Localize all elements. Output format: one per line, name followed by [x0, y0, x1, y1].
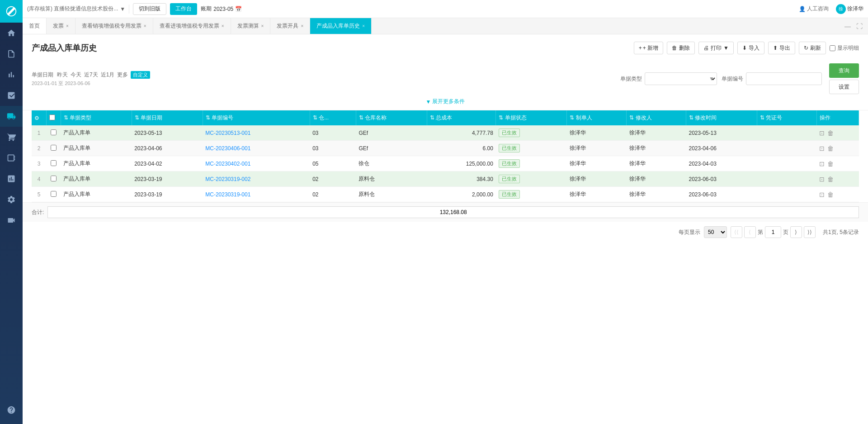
sidebar-item-settings[interactable] — [0, 189, 23, 210]
expand-more-btn[interactable]: ▼ 展开更多条件 — [426, 98, 465, 105]
sidebar-item-production[interactable] — [0, 148, 23, 168]
col-type[interactable]: ⇅ 单据类型 — [61, 110, 132, 125]
row-checkbox[interactable] — [51, 191, 57, 197]
row-checkbox-cell[interactable] — [46, 156, 61, 172]
delete-icon[interactable]: 🗑 — [827, 176, 834, 183]
col-modifier[interactable]: ⇅ 修改人 — [627, 110, 686, 125]
row-checkbox[interactable] — [51, 176, 57, 181]
help-button[interactable]: 👤 人工咨询 — [799, 5, 829, 13]
tab-expand-icon[interactable]: ⛶ — [854, 21, 864, 32]
delete-icon[interactable]: 🗑 — [827, 191, 834, 198]
date-shortcut-custom[interactable]: 自定义 — [131, 71, 150, 79]
export-btn[interactable]: ⬆ 导出 — [768, 42, 795, 54]
set-btn[interactable]: 设置 — [829, 80, 859, 94]
page-last-btn[interactable]: ⟩⟩ — [804, 226, 816, 238]
row-checkbox-cell[interactable] — [46, 172, 61, 187]
workbench-btn[interactable]: 工作台 — [170, 3, 197, 15]
page-prev-btn[interactable]: ⟨ — [744, 226, 756, 238]
doc-no-link[interactable]: MC-20230513-001 — [205, 130, 250, 136]
print-btn[interactable]: 🖨 打印 ▼ — [698, 42, 734, 54]
date-shortcut-1month[interactable]: 近1月 — [101, 71, 115, 79]
select-all-checkbox[interactable] — [49, 114, 55, 120]
query-btn[interactable]: 查询 — [829, 63, 859, 78]
settings-icon[interactable]: ⚙ — [34, 115, 39, 121]
row-checkbox-cell[interactable] — [46, 141, 61, 156]
company-selector[interactable]: (库存核算) 直播轻拢通信息技术股份... ▼ — [27, 5, 125, 13]
display-toggle[interactable]: 显示明细 — [830, 44, 859, 52]
col-total-cost[interactable]: ⇅ 总成本 — [427, 110, 496, 125]
col-doc-no[interactable]: ⇅ 单据编号 — [203, 110, 310, 125]
sidebar-item-version[interactable] — [0, 400, 23, 420]
date-shortcut-today[interactable]: 今天 — [71, 71, 81, 79]
period-calendar-icon[interactable]: 📅 — [235, 6, 242, 12]
delete-icon[interactable]: 🗑 — [827, 160, 834, 167]
row-doc-no[interactable]: MC-20230402-001 — [203, 156, 310, 172]
doc-no-link[interactable]: MC-20230319-002 — [205, 176, 250, 182]
row-checkbox-cell[interactable] — [46, 125, 61, 141]
tab-purchase-vat-close[interactable]: × — [222, 24, 224, 29]
row-doc-no[interactable]: MC-20230406-001 — [203, 141, 310, 156]
delete-btn[interactable]: 🗑 删除 — [667, 42, 695, 54]
sidebar-item-purchase[interactable] — [0, 127, 23, 148]
edit-icon[interactable]: ⊡ — [819, 129, 825, 137]
new-btn[interactable]: + + 新增 — [634, 42, 663, 54]
doc-no-input[interactable] — [746, 72, 822, 85]
col-date[interactable]: ⇅ 单据日期 — [132, 110, 203, 125]
doc-type-select[interactable] — [645, 72, 717, 85]
doc-no-link[interactable]: MC-20230402-001 — [205, 161, 250, 167]
col-warehouse-name[interactable]: ⇅ 仓库名称 — [356, 110, 427, 125]
sidebar-item-document[interactable] — [0, 43, 23, 64]
date-shortcut-more[interactable]: 更多 — [117, 71, 128, 79]
tab-sale-vat-close[interactable]: × — [144, 24, 146, 29]
col-modify-time[interactable]: ⇅ 修改时间 — [686, 110, 757, 125]
sidebar-item-warehouse[interactable] — [0, 106, 23, 127]
row-checkbox[interactable] — [51, 145, 57, 151]
col-settings[interactable]: ⚙ — [32, 110, 46, 125]
date-shortcut-yesterday[interactable]: 昨天 — [57, 71, 68, 79]
tab-invoice-calc-close[interactable]: × — [261, 24, 264, 29]
col-warehouse-code[interactable]: ⇅ 仓... — [310, 110, 356, 125]
tab-invoice-close[interactable]: × — [66, 24, 69, 29]
tab-purchase-vat[interactable]: 查看进项增值税专用发票 × — [153, 18, 231, 34]
row-checkbox[interactable] — [51, 160, 57, 166]
row-checkbox[interactable] — [51, 129, 57, 135]
row-doc-no[interactable]: MC-20230513-001 — [203, 125, 310, 141]
user-menu[interactable]: 徐 徐泽华 — [836, 4, 863, 14]
row-checkbox-cell[interactable] — [46, 187, 61, 202]
tab-product-warehouse-close[interactable]: × — [362, 24, 365, 29]
tab-product-warehouse[interactable]: 产成品入库单历史 × — [310, 18, 372, 34]
sidebar-item-analytics[interactable] — [0, 85, 23, 106]
page-first-btn[interactable]: ⟨⟨ — [731, 226, 742, 238]
sidebar-item-video[interactable] — [0, 210, 23, 231]
tab-sale-vat[interactable]: 查看销项增值税专用发票 × — [75, 18, 153, 34]
col-creator[interactable]: ⇅ 制单人 — [567, 110, 627, 125]
tab-home[interactable]: 首页 — [23, 18, 47, 34]
date-shortcut-7days[interactable]: 近7天 — [84, 71, 98, 79]
edit-icon[interactable]: ⊡ — [819, 191, 825, 198]
tab-invoice[interactable]: 发票 × — [47, 18, 75, 34]
page-input[interactable] — [765, 226, 781, 238]
page-next-btn[interactable]: ⟩ — [790, 226, 802, 238]
delete-icon[interactable]: 🗑 — [827, 129, 834, 137]
tab-collapse-icon[interactable]: — — [843, 21, 853, 32]
refresh-btn[interactable]: ↻ 刷新 — [799, 42, 826, 54]
tab-invoice-open[interactable]: 发票开具 × — [270, 18, 310, 34]
edit-icon[interactable]: ⊡ — [819, 176, 825, 183]
history-btn[interactable]: 切到旧版 — [133, 3, 166, 15]
doc-no-link[interactable]: MC-20230319-001 — [205, 191, 250, 198]
edit-icon[interactable]: ⊡ — [819, 160, 825, 167]
col-status[interactable]: ⇅ 单据状态 — [496, 110, 567, 125]
display-toggle-checkbox[interactable] — [830, 45, 835, 51]
import-btn[interactable]: ⬇ 导入 — [737, 42, 764, 54]
per-page-select[interactable]: 50 100 200 — [704, 226, 727, 238]
col-checkbox[interactable] — [46, 110, 61, 125]
row-doc-no[interactable]: MC-20230319-002 — [203, 172, 310, 187]
row-doc-no[interactable]: MC-20230319-001 — [203, 187, 310, 202]
sidebar-item-report[interactable] — [0, 168, 23, 189]
sidebar-item-chart[interactable] — [0, 64, 23, 85]
tab-invoice-open-close[interactable]: × — [301, 24, 303, 29]
tab-invoice-calc[interactable]: 发票测算 × — [231, 18, 271, 34]
delete-icon[interactable]: 🗑 — [827, 145, 834, 152]
sidebar-item-home[interactable] — [0, 23, 23, 43]
col-voucher[interactable]: ⇅ 凭证号 — [757, 110, 817, 125]
